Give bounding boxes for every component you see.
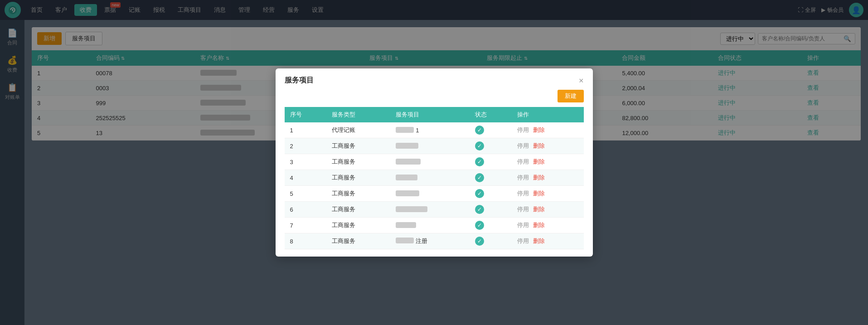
modal-cell-seq: 8	[285, 233, 327, 249]
list-item: 3 工商服务 ✓ 停用 删除	[285, 154, 584, 170]
status-circle: ✓	[475, 157, 484, 166]
modal-cell-item	[390, 218, 469, 233]
status-circle: ✓	[475, 141, 484, 150]
modal-cell-seq: 6	[285, 202, 327, 218]
stop-button[interactable]: 停用	[517, 206, 529, 213]
status-circle: ✓	[475, 205, 484, 214]
modal-cell-type: 工商服务	[326, 186, 390, 202]
modal-cell-action: 停用 删除	[512, 138, 584, 154]
modal-cell-item	[390, 202, 469, 218]
modal-overlay[interactable]: 服务项目 × 新建 序号 服务类型 服务项目 状态 操作 1 代理记账	[0, 0, 868, 325]
service-table: 序号 服务类型 服务项目 状态 操作 1 代理记账 1 ✓ 停用 删除 2 工商…	[285, 107, 584, 249]
modal-cell-type: 工商服务	[326, 154, 390, 170]
list-item: 6 工商服务 ✓ 停用 删除	[285, 202, 584, 218]
modal-cell-action: 停用 删除	[512, 233, 584, 249]
modal-cell-status: ✓	[470, 138, 512, 154]
modal-header: 服务项目 ×	[276, 68, 593, 85]
modal-cell-seq: 5	[285, 186, 327, 202]
modal-cell-status: ✓	[470, 154, 512, 170]
modal-col-item: 服务项目	[390, 107, 469, 122]
delete-button[interactable]: 删除	[533, 190, 545, 197]
modal-col-action: 操作	[512, 107, 584, 122]
modal-cell-action: 停用 删除	[512, 218, 584, 233]
delete-button[interactable]: 删除	[533, 126, 545, 133]
list-item: 1 代理记账 1 ✓ 停用 删除	[285, 122, 584, 138]
modal-toolbar: 新建	[276, 85, 593, 107]
modal-cell-type: 工商服务	[326, 170, 390, 186]
modal-cell-item: 1	[390, 122, 469, 138]
modal-cell-status: ✓	[470, 233, 512, 249]
modal-cell-seq: 3	[285, 154, 327, 170]
delete-button[interactable]: 删除	[533, 158, 545, 165]
stop-button[interactable]: 停用	[517, 222, 529, 228]
modal-cell-action: 停用 删除	[512, 202, 584, 218]
modal-cell-type: 工商服务	[326, 202, 390, 218]
stop-button[interactable]: 停用	[517, 174, 529, 181]
status-circle: ✓	[475, 237, 484, 246]
modal-cell-seq: 1	[285, 122, 327, 138]
modal-cell-action: 停用 删除	[512, 170, 584, 186]
modal-cell-action: 停用 删除	[512, 154, 584, 170]
modal-cell-type: 代理记账	[326, 122, 390, 138]
modal-body: 序号 服务类型 服务项目 状态 操作 1 代理记账 1 ✓ 停用 删除 2 工商…	[276, 107, 593, 257]
modal-cell-seq: 7	[285, 218, 327, 233]
modal-cell-action: 停用 删除	[512, 186, 584, 202]
delete-button[interactable]: 删除	[533, 142, 545, 149]
status-circle: ✓	[475, 173, 484, 182]
modal-cell-status: ✓	[470, 218, 512, 233]
delete-button[interactable]: 删除	[533, 174, 545, 181]
delete-button[interactable]: 删除	[533, 206, 545, 213]
list-item: 8 工商服务 注册 ✓ 停用 删除	[285, 233, 584, 249]
delete-button[interactable]: 删除	[533, 238, 545, 244]
modal-cell-type: 工商服务	[326, 233, 390, 249]
modal-col-type: 服务类型	[326, 107, 390, 122]
modal-title: 服务项目	[285, 76, 314, 85]
status-circle: ✓	[475, 221, 484, 230]
modal-cell-seq: 4	[285, 170, 327, 186]
modal-cell-status: ✓	[470, 122, 512, 138]
status-circle: ✓	[475, 126, 484, 135]
stop-button[interactable]: 停用	[517, 158, 529, 165]
delete-button[interactable]: 删除	[533, 222, 545, 228]
service-table-body: 1 代理记账 1 ✓ 停用 删除 2 工商服务 ✓ 停用 删除 3 工商服务 ✓…	[285, 122, 584, 249]
modal-cell-type: 工商服务	[326, 138, 390, 154]
modal-cell-action: 停用 删除	[512, 122, 584, 138]
stop-button[interactable]: 停用	[517, 190, 529, 197]
modal-col-seq: 序号	[285, 107, 327, 122]
service-modal: 服务项目 × 新建 序号 服务类型 服务项目 状态 操作 1 代理记账	[276, 68, 593, 257]
modal-cell-status: ✓	[470, 202, 512, 218]
modal-cell-item	[390, 154, 469, 170]
stop-button[interactable]: 停用	[517, 142, 529, 149]
modal-cell-seq: 2	[285, 138, 327, 154]
modal-cell-status: ✓	[470, 170, 512, 186]
list-item: 4 工商服务 ✓ 停用 删除	[285, 170, 584, 186]
list-item: 5 工商服务 ✓ 停用 删除	[285, 186, 584, 202]
list-item: 2 工商服务 ✓ 停用 删除	[285, 138, 584, 154]
modal-cell-item	[390, 186, 469, 202]
service-table-header: 序号 服务类型 服务项目 状态 操作	[285, 107, 584, 122]
modal-new-button[interactable]: 新建	[558, 90, 584, 102]
modal-cell-item	[390, 170, 469, 186]
modal-close-button[interactable]: ×	[579, 77, 584, 85]
stop-button[interactable]: 停用	[517, 238, 529, 244]
stop-button[interactable]: 停用	[517, 126, 529, 133]
modal-cell-item: 注册	[390, 233, 469, 249]
status-circle: ✓	[475, 189, 484, 198]
modal-col-status: 状态	[470, 107, 512, 122]
modal-cell-item	[390, 138, 469, 154]
list-item: 7 工商服务 ✓ 停用 删除	[285, 218, 584, 233]
modal-cell-status: ✓	[470, 186, 512, 202]
modal-cell-type: 工商服务	[326, 218, 390, 233]
